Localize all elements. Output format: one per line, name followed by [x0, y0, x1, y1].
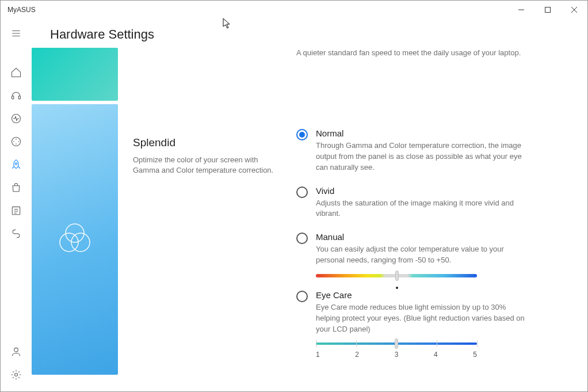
page-title: Hardware Settings [32, 19, 587, 48]
article-icon [10, 205, 22, 216]
menu-icon [11, 28, 21, 39]
svg-rect-1 [545, 7, 551, 13]
close-icon [571, 7, 577, 13]
fan-options: – A quieter standard fan speed to meet t… [291, 48, 532, 101]
main: Hardware Settings – A quieter standard f… [32, 19, 587, 391]
fan-tile [32, 48, 118, 101]
link-icon [10, 228, 22, 239]
fan-standard-desc: – A quieter standard fan speed to meet t… [296, 48, 532, 59]
section-fan-residual: – A quieter standard fan speed to meet t… [32, 48, 577, 101]
sidebar-item-link[interactable] [5, 223, 28, 245]
option-vivid-label: Vivid [316, 186, 532, 196]
sidebar-item-home[interactable] [5, 62, 28, 83]
minimize-button[interactable] [508, 1, 534, 19]
bag-icon [10, 182, 22, 193]
svg-point-10 [12, 138, 21, 146]
splendid-options: Normal Through Gamma and Color temperatu… [291, 104, 532, 375]
gauge-icon [10, 136, 22, 147]
titlebar: MyASUS [1, 1, 587, 19]
headset-icon [10, 90, 22, 101]
splendid-desc: Optimize the color of your screen with G… [133, 155, 278, 176]
app-title: MyASUS [7, 6, 36, 14]
fan-desc [118, 48, 291, 101]
radio-normal[interactable] [296, 129, 308, 140]
sidebar-item-settings[interactable] [5, 364, 28, 386]
option-manual-label: Manual [316, 232, 532, 242]
option-eyecare[interactable]: Eye Care Eye Care mode reduces blue ligh… [296, 290, 532, 359]
heartbeat-icon [10, 113, 22, 124]
collapse-icon[interactable]: – [288, 48, 293, 51]
sidebar-item-hardware[interactable] [5, 154, 28, 176]
manual-color-slider[interactable] [316, 274, 477, 277]
svg-rect-7 [12, 96, 14, 99]
maximize-button[interactable] [534, 1, 561, 19]
sidebar-item-support[interactable] [5, 85, 28, 106]
maximize-icon [545, 7, 551, 13]
home-icon [10, 67, 22, 78]
minimize-icon [518, 7, 524, 13]
option-normal-desc: Through Gamma and Color temperature corr… [316, 140, 532, 173]
svg-point-22 [15, 374, 18, 376]
sidebar-item-update[interactable] [5, 131, 28, 153]
svg-point-15 [15, 163, 17, 165]
sidebar-item-store[interactable] [5, 177, 28, 199]
eyecare-slider-labels: 1 2 3 4 5 [316, 351, 477, 359]
svg-rect-8 [18, 96, 20, 99]
window-controls [508, 1, 587, 19]
radio-manual[interactable] [296, 233, 308, 244]
manual-slider-marker [396, 287, 398, 289]
color-icon [56, 219, 94, 260]
radio-vivid[interactable] [296, 187, 308, 198]
option-manual[interactable]: Manual You can easily adjust the color t… [296, 232, 532, 277]
manual-slider-thumb[interactable] [395, 271, 399, 281]
eyecare-slider[interactable] [316, 342, 477, 345]
sidebar-item-diagnostics[interactable] [5, 108, 28, 130]
splendid-title: Splendid [133, 136, 278, 149]
gear-icon [10, 369, 22, 380]
option-manual-desc: You can easily adjust the color temperat… [316, 244, 532, 266]
section-splendid: Splendid Optimize the color of your scre… [32, 104, 577, 375]
app-body: Hardware Settings – A quieter standard f… [1, 19, 587, 391]
option-eyecare-label: Eye Care [316, 290, 532, 300]
splendid-tile [32, 104, 118, 375]
sidebar [1, 19, 32, 391]
content[interactable]: – A quieter standard fan speed to meet t… [32, 48, 587, 391]
svg-point-21 [14, 348, 18, 352]
radio-eyecare[interactable] [296, 291, 308, 302]
user-icon [10, 346, 22, 357]
option-vivid-desc: Adjusts the saturation of the image maki… [316, 198, 532, 220]
option-normal[interactable]: Normal Through Gamma and Color temperatu… [296, 128, 532, 173]
sidebar-item-menu[interactable] [5, 21, 28, 45]
app-window: MyASUS [0, 0, 588, 392]
option-vivid[interactable]: Vivid Adjusts the saturation of the imag… [296, 186, 532, 220]
eyecare-slider-thumb[interactable] [395, 338, 398, 349]
option-eyecare-desc: Eye Care mode reduces blue light emissio… [316, 302, 532, 335]
rocket-icon [10, 159, 22, 170]
splendid-desc-col: Splendid Optimize the color of your scre… [118, 104, 291, 375]
sidebar-item-account[interactable] [5, 341, 28, 363]
sidebar-item-news[interactable] [5, 200, 28, 222]
option-normal-label: Normal [316, 128, 532, 138]
close-button[interactable] [561, 1, 587, 19]
